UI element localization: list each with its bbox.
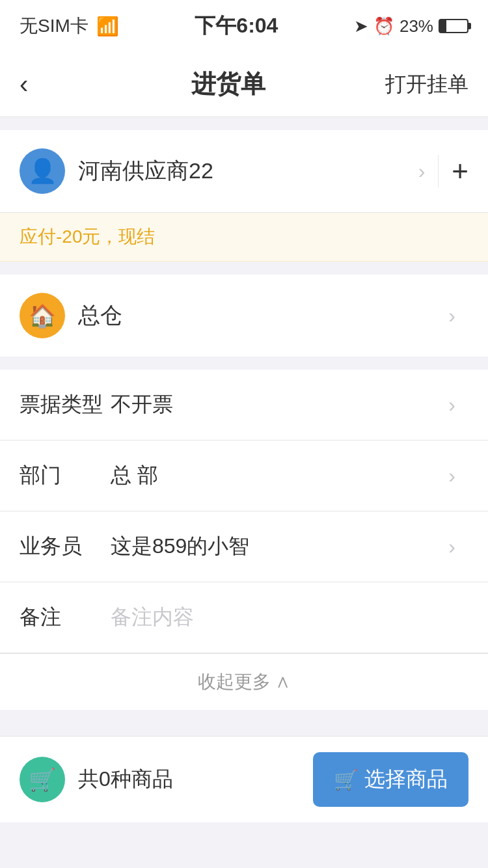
chevron-right-icon: › [448,535,455,559]
invoice-label: 票据类型 [20,390,111,419]
chevron-right-icon: › [448,464,455,488]
chevron-right-icon: › [448,393,455,417]
warehouse-section: 🏠 总仓 › [0,275,488,357]
bottom-bar: 🛒 共0种商品 🛒 选择商品 [0,736,488,822]
dept-row[interactable]: 部门 总 部 › [0,441,488,511]
remark-row[interactable]: 备注 备注内容 [0,582,488,653]
select-btn-label: 选择商品 [364,765,448,794]
select-product-button[interactable]: 🛒 选择商品 [313,752,468,807]
salesperson-label: 业务员 [20,532,111,561]
wifi-icon: 📶 [96,16,119,37]
gap-2 [0,262,488,275]
invoice-value: 不开票 [111,390,448,419]
nav-bar: ‹ 进货单 打开挂单 [0,52,488,117]
product-icon-wrap: 🛒 [20,757,65,802]
status-time: 下午6:04 [195,12,278,40]
battery-icon [439,19,468,33]
add-button[interactable]: + [438,155,468,187]
supplier-row[interactable]: 👤 河南供应商22 › + [0,130,488,213]
select-btn-icon: 🛒 [334,768,358,791]
grey-bottom-area [0,822,488,868]
warehouse-name: 总仓 [78,301,448,331]
dept-value: 总 部 [111,461,448,490]
battery-percent: 23% [400,16,433,36]
warehouse-icon-wrap: 🏠 [20,293,65,338]
chevron-right-icon: › [448,304,455,328]
status-bar: 无SIM卡 📶 下午6:04 ➤ ⏰ 23% [0,0,488,52]
avatar-icon: 👤 [28,157,57,185]
remark-label: 备注 [20,603,111,632]
salesperson-value: 这是859的小智 [111,532,448,561]
status-right: ➤ ⏰ 23% [354,16,468,36]
status-left: 无SIM卡 📶 [20,14,119,38]
signal-text: 无SIM卡 [20,14,88,38]
collapse-text: 收起更多 ∧ [198,670,291,694]
dept-label: 部门 [20,461,111,490]
open-pending-button[interactable]: 打开挂单 [385,70,468,99]
invoice-row[interactable]: 票据类型 不开票 › [0,370,488,441]
gap-3 [0,357,488,370]
salesperson-row[interactable]: 业务员 这是859的小智 › [0,511,488,582]
location-icon: ➤ [354,16,368,36]
notice-text: 应付-20元，现结 [20,226,155,247]
cart-icon: 🛒 [29,766,56,793]
alarm-icon: ⏰ [373,16,394,36]
product-count-text: 共0种商品 [78,765,313,794]
form-section: 票据类型 不开票 › 部门 总 部 › 业务员 这是859的小智 › 备注 备注… [0,370,488,710]
remark-input[interactable]: 备注内容 [111,603,468,632]
notice-bar: 应付-20元，现结 [0,213,488,262]
supplier-name: 河南供应商22 [78,156,418,186]
house-icon: 🏠 [29,303,56,329]
gap-4 [0,710,488,723]
warehouse-row[interactable]: 🏠 总仓 › [0,275,488,357]
gap-1 [0,117,488,130]
chevron-right-icon: › [418,159,426,183]
back-button[interactable]: ‹ [20,70,72,99]
supplier-section: 👤 河南供应商22 › + 应付-20元，现结 [0,130,488,262]
avatar: 👤 [20,148,65,194]
collapse-row[interactable]: 收起更多 ∧ [0,653,488,710]
page-title: 进货单 [191,68,265,101]
